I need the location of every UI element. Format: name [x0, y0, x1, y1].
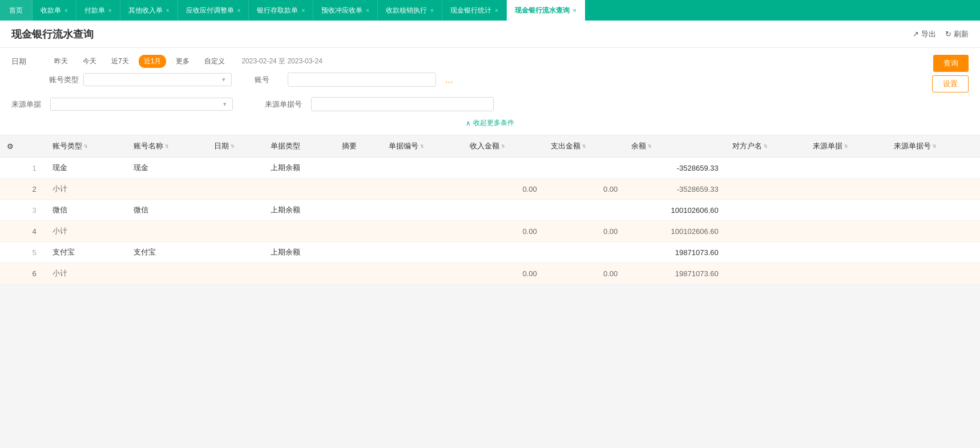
td-account-name — [127, 179, 208, 200]
nav-tab-receipt-verify[interactable]: 收款核销执行 × — [378, 0, 442, 21]
td-source-doc — [806, 200, 887, 221]
export-button[interactable]: ↗ 导出 — [913, 29, 936, 39]
th-account-name[interactable]: 账号名称 ⇅ — [127, 135, 208, 158]
table-settings-icon[interactable]: ⚙ — [7, 142, 14, 151]
settings-button[interactable]: 设置 — [932, 75, 969, 92]
td-date — [207, 242, 264, 263]
table-row: 1现金现金上期余额-3528659.33 — [0, 158, 980, 179]
td-settings — [0, 242, 23, 263]
nav-tab-payment-label: 付款单 — [84, 6, 105, 15]
td-counterparty — [725, 158, 806, 179]
nav-tab-bank-deposit-label: 银行存取款单 — [257, 6, 298, 15]
nav-tab-cash-flow-query-label: 现金银行流水查询 — [515, 6, 570, 15]
close-receipt-verify-icon[interactable]: × — [430, 7, 434, 14]
sort-balance-icon: ⇅ — [648, 144, 652, 149]
td-source-doc-num — [887, 158, 980, 179]
td-doc-type: 上期余额 — [264, 200, 335, 221]
account-type-select[interactable]: ▾ — [83, 73, 232, 86]
td-doc-num — [382, 242, 463, 263]
th-expense[interactable]: 支出金额 ⇅ — [544, 135, 625, 158]
td-source-doc — [806, 179, 887, 200]
date-btn-custom[interactable]: 自定义 — [199, 55, 230, 68]
nav-tab-cash-stats[interactable]: 现金银行统计 × — [442, 0, 507, 21]
td-row-num: 2 — [23, 179, 46, 200]
close-receipt-icon[interactable]: × — [64, 7, 68, 14]
th-source-doc[interactable]: 来源单据 ⇅ — [806, 135, 887, 158]
account-filter-label: 账号 — [255, 75, 283, 85]
td-doc-type: 上期余额 — [264, 242, 335, 263]
query-button[interactable]: 查询 — [933, 55, 969, 72]
collapse-up-icon: ∧ — [466, 119, 471, 127]
nav-tab-bank-deposit[interactable]: 银行存取款单 × — [249, 0, 313, 21]
td-doc-num — [382, 179, 463, 200]
close-prepaid-offset-icon[interactable]: × — [366, 7, 369, 14]
account-input[interactable] — [288, 72, 436, 87]
nav-tab-other-income-label: 其他收入单 — [128, 6, 163, 15]
td-date — [207, 158, 264, 179]
td-account-type: 微信 — [46, 200, 127, 221]
source-doc-num-input[interactable] — [311, 97, 494, 111]
th-account-type[interactable]: 账号类型 ⇅ — [46, 135, 127, 158]
date-btn-today[interactable]: 今天 — [78, 55, 102, 68]
th-income[interactable]: 收入金额 ⇅ — [463, 135, 544, 158]
refresh-button[interactable]: ↻ 刷新 — [945, 29, 969, 39]
td-expense — [544, 200, 625, 221]
th-doc-num[interactable]: 单据编号 ⇅ — [382, 135, 463, 158]
date-shortcuts: 昨天 今天 近7天 近1月 更多 自定义 — [49, 55, 230, 68]
th-balance[interactable]: 余额 ⇅ — [624, 135, 725, 158]
td-income: 0.00 — [463, 263, 544, 284]
date-btn-yesterday[interactable]: 昨天 — [49, 55, 73, 68]
nav-tab-prepaid-offset[interactable]: 预收冲应收单 × — [313, 0, 378, 21]
page-title: 现金银行流水查询 — [11, 27, 94, 41]
th-settings[interactable]: ⚙ — [0, 135, 23, 158]
sort-source-doc-icon: ⇅ — [844, 144, 848, 149]
td-balance: 19871073.60 — [624, 242, 725, 263]
td-summary — [335, 263, 382, 284]
nav-tab-ar-ap-adjust[interactable]: 应收应付调整单 × — [178, 0, 249, 21]
nav-tab-receipt-verify-label: 收款核销执行 — [386, 6, 427, 15]
nav-tab-payment[interactable]: 付款单 × — [76, 0, 120, 21]
td-summary — [335, 158, 382, 179]
nav-tab-other-income[interactable]: 其他收入单 × — [120, 0, 178, 21]
date-btn-1month[interactable]: 近1月 — [139, 55, 167, 68]
td-settings — [0, 221, 23, 242]
close-bank-deposit-icon[interactable]: × — [301, 7, 305, 14]
date-btn-more[interactable]: 更多 — [171, 55, 195, 68]
td-doc-type — [264, 221, 335, 242]
source-doc-select[interactable]: ▾ — [50, 98, 233, 111]
table-container: ⚙ 账号类型 ⇅ 账号名称 ⇅ 日期 — [0, 135, 980, 284]
collapse-row: ∧ 收起更多条件 — [11, 116, 969, 128]
td-balance: 100102606.60 — [624, 221, 725, 242]
td-summary — [335, 200, 382, 221]
date-btn-7days[interactable]: 近7天 — [106, 55, 134, 68]
filter-row-date: 日期 昨天 今天 近7天 近1月 更多 自定义 2023-02-24 至 202… — [11, 55, 921, 68]
sort-income-icon: ⇅ — [501, 144, 505, 149]
collapse-button[interactable]: ∧ 收起更多条件 — [466, 118, 514, 128]
td-date — [207, 200, 264, 221]
td-account-type: 小计 — [46, 221, 127, 242]
close-cash-flow-query-icon[interactable]: × — [573, 7, 576, 14]
close-ar-ap-adjust-icon[interactable]: × — [237, 7, 241, 14]
close-cash-stats-icon[interactable]: × — [495, 7, 498, 14]
nav-tab-home-label: 首页 — [9, 6, 23, 15]
source-doc-filter-label: 来源单据 — [11, 99, 41, 110]
nav-tab-cash-flow-query[interactable]: 现金银行流水查询 × — [507, 0, 585, 21]
nav-tab-home[interactable]: 首页 — [0, 0, 33, 21]
td-doc-type — [264, 263, 335, 284]
th-source-doc-num[interactable]: 来源单据号 ⇅ — [887, 135, 980, 158]
td-date — [207, 221, 264, 242]
td-account-type: 小计 — [46, 263, 127, 284]
td-expense — [544, 242, 625, 263]
filter-area: 日期 昨天 今天 近7天 近1月 更多 自定义 2023-02-24 至 202… — [0, 48, 980, 135]
close-other-income-icon[interactable]: × — [166, 7, 170, 14]
td-summary — [335, 179, 382, 200]
nav-tab-cash-stats-label: 现金银行统计 — [450, 6, 491, 15]
nav-tab-receipt[interactable]: 收款单 × — [33, 0, 76, 21]
th-date[interactable]: 日期 ⇅ — [207, 135, 264, 158]
td-summary — [335, 242, 382, 263]
close-payment-icon[interactable]: × — [108, 7, 112, 14]
th-counterparty[interactable]: 对方户名 ⇅ — [725, 135, 806, 158]
table-header-row: ⚙ 账号类型 ⇅ 账号名称 ⇅ 日期 — [0, 135, 980, 158]
td-source-doc-num — [887, 200, 980, 221]
account-dots-button[interactable]: ... — [445, 75, 453, 85]
